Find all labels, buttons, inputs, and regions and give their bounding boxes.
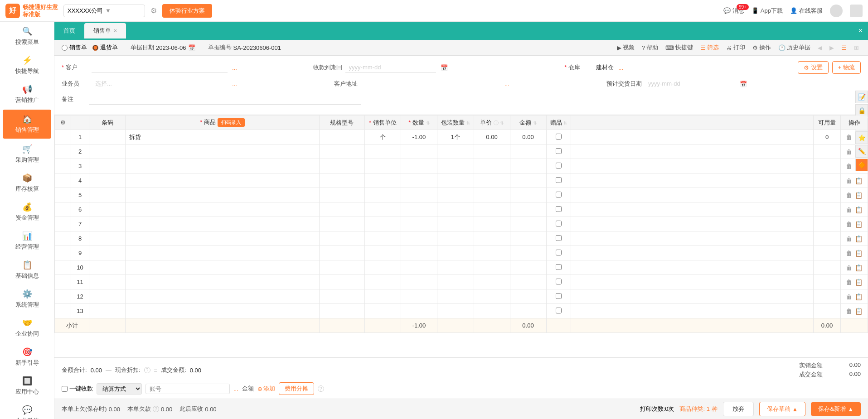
row-gift[interactable] — [546, 275, 571, 289]
settlement-method-select[interactable]: 结算方式 — [97, 383, 142, 395]
scan-button[interactable]: 扫码录入 — [218, 118, 245, 127]
address-dots-icon[interactable]: ... — [504, 81, 509, 87]
row-unit-price[interactable] — [474, 246, 510, 260]
row-spec[interactable] — [319, 304, 364, 318]
row-unit-price[interactable] — [474, 260, 510, 275]
row-unit-price[interactable] — [474, 188, 510, 202]
delete-icon[interactable]: 🗑 — [846, 264, 852, 271]
row-unit-price[interactable] — [474, 231, 510, 246]
row-gift[interactable] — [546, 304, 571, 318]
salesman-input[interactable] — [92, 78, 228, 89]
row-barcode[interactable] — [89, 159, 126, 173]
online-service-button[interactable]: 👤 在线客服 — [790, 7, 823, 15]
copy-icon[interactable]: 📋 — [855, 177, 863, 184]
settings-icon[interactable]: ⚙ — [150, 6, 157, 15]
row-barcode[interactable] — [89, 173, 126, 188]
row-spec[interactable] — [319, 275, 364, 289]
delete-icon[interactable]: 🗑 — [846, 134, 852, 141]
tab-close-icon[interactable]: × — [114, 28, 117, 34]
expense-split-button[interactable]: 费用分摊 — [279, 382, 314, 395]
float-edit-button[interactable]: ✏️ — [855, 145, 868, 158]
tab-home[interactable]: 首页 — [54, 23, 84, 39]
help-button[interactable]: ? 帮助 — [640, 43, 660, 53]
row-barcode[interactable] — [89, 289, 126, 304]
save-draft-button[interactable]: 保存草稿 ▲ — [759, 402, 806, 416]
row-unit-price[interactable] — [474, 275, 510, 289]
help-icon[interactable]: ? — [144, 367, 150, 373]
row-quantity[interactable] — [401, 144, 437, 159]
row-quantity[interactable] — [401, 275, 437, 289]
avatar[interactable] — [830, 5, 843, 17]
float-notes-button[interactable]: 📝 — [855, 91, 868, 103]
copy-icon[interactable]: 📋 — [855, 192, 863, 199]
row-quantity[interactable] — [401, 159, 437, 173]
calendar2-icon[interactable]: 📅 — [740, 81, 747, 87]
float-star-button[interactable]: ⭐ — [855, 131, 868, 144]
row-quantity[interactable] — [401, 231, 437, 246]
row-spec[interactable] — [319, 260, 364, 275]
warehouse-dots-icon[interactable]: ... — [618, 64, 623, 71]
video-button[interactable]: ▶ 视频 — [615, 43, 636, 53]
delete-icon[interactable]: 🗑 — [846, 206, 852, 213]
sidebar-item-newguide[interactable]: 🎯 新手引导 — [0, 342, 54, 371]
row-barcode[interactable] — [89, 231, 126, 246]
delete-icon[interactable]: 🗑 — [846, 235, 852, 242]
row-spec[interactable] — [319, 159, 364, 173]
row-spec[interactable] — [319, 289, 364, 304]
sidebar-item-search[interactable]: 🔍 搜索菜单 — [0, 22, 54, 51]
row-gift[interactable] — [546, 260, 571, 275]
delete-icon[interactable]: 🗑 — [846, 163, 852, 170]
sidebar-item-quicknav[interactable]: ⚡ 快捷导航 — [0, 51, 54, 80]
row-quantity[interactable] — [401, 289, 437, 304]
row-gift[interactable] — [546, 289, 571, 304]
row-unit-price[interactable] — [474, 159, 510, 173]
float-orange-button[interactable]: 🔶 — [855, 159, 868, 171]
copy-icon[interactable]: 📋 — [855, 250, 863, 257]
copy-icon[interactable]: 📋 — [855, 264, 863, 271]
row-spec[interactable] — [319, 217, 364, 231]
sidebar-item-appcenter[interactable]: 🔲 应用中心 — [0, 371, 54, 400]
one-click-payment-checkbox[interactable]: 一键收款 — [62, 385, 93, 393]
app-download-button[interactable]: 📱 App下载 — [752, 7, 783, 15]
delete-icon[interactable]: 🗑 — [846, 279, 852, 286]
sidebar-item-finance[interactable]: 💰 资金管理 — [0, 197, 54, 226]
row-spec[interactable] — [319, 173, 364, 188]
radio-return-order[interactable]: 退货单 — [92, 43, 118, 52]
row-spec[interactable] — [319, 130, 364, 144]
row-barcode[interactable] — [89, 202, 126, 217]
settings-button[interactable]: ⚙ 设置 — [798, 61, 829, 74]
account-dots-icon[interactable]: ... — [233, 385, 238, 392]
row-gift[interactable] — [546, 231, 571, 246]
company-selector[interactable]: XXXXXX公司 ▼ — [63, 5, 145, 17]
account-input[interactable] — [145, 384, 230, 394]
delete-icon[interactable]: 🗑 — [846, 221, 852, 228]
row-unit-price[interactable] — [474, 173, 510, 188]
delete-icon[interactable]: 🗑 — [846, 308, 852, 315]
row-barcode[interactable] — [89, 246, 126, 260]
row-gift[interactable] — [546, 173, 571, 188]
due-date-input[interactable] — [345, 62, 436, 73]
message-button[interactable]: 💬 消息 99+ — [723, 7, 744, 15]
copy-icon[interactable]: 📋 — [855, 293, 863, 300]
grid-view-icon[interactable]: ⊞ — [854, 44, 859, 51]
row-barcode[interactable] — [89, 304, 126, 318]
th-gear[interactable]: ⚙ — [55, 116, 71, 130]
row-spec[interactable] — [319, 231, 364, 246]
copy-icon[interactable]: 📋 — [855, 279, 863, 286]
row-gift[interactable] — [546, 246, 571, 260]
row-gift[interactable] — [546, 188, 571, 202]
sidebar-item-system[interactable]: ⚙️ 系统管理 — [0, 284, 54, 313]
customer-address-input[interactable] — [364, 78, 500, 89]
calendar-icon[interactable]: 📅 — [188, 44, 195, 51]
row-spec[interactable] — [319, 144, 364, 159]
row-quantity[interactable] — [401, 304, 437, 318]
copy-icon[interactable]: 📋 — [855, 206, 863, 213]
row-spec[interactable] — [319, 202, 364, 217]
row-unit-price[interactable] — [474, 202, 510, 217]
notes-input[interactable] — [89, 94, 361, 105]
save-new-button[interactable]: 保存&新增 ▲ — [811, 402, 861, 416]
row-gift[interactable] — [546, 202, 571, 217]
sidebar-item-purchase[interactable]: 🛒 采购管理 — [0, 140, 54, 169]
row-quantity[interactable] — [401, 188, 437, 202]
row-gift[interactable] — [546, 130, 571, 144]
